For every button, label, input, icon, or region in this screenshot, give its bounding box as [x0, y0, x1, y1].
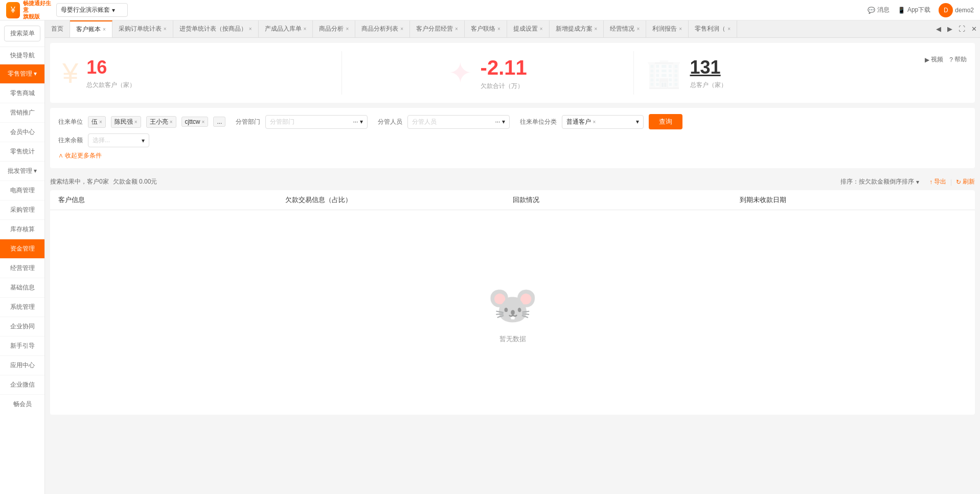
table-header: 客户信息 欠款交易信息（占比） 回款情况 到期未收款日期 — [50, 190, 975, 210]
tab-new-reminder-plan[interactable]: 新增提成方案 — [550, 20, 604, 37]
unit-class-select[interactable]: 普通客户 — [562, 115, 644, 129]
sidebar-item-inventory[interactable]: 库存核算 — [0, 219, 44, 239]
sidebar-item-enterprise-collab[interactable]: 企业协同 — [0, 317, 44, 336]
export-btn[interactable]: ↑ 导出 — [929, 177, 946, 186]
tab-close-stock[interactable] — [249, 26, 252, 32]
enterprise-selector[interactable]: 母婴行业演示账套 — [56, 3, 128, 17]
tab-stock-stats[interactable]: 进货单统计表（按商品） — [173, 20, 259, 37]
stat-icon-amount: ✦ — [448, 56, 472, 89]
col-repayment: 回款情况 — [513, 195, 740, 205]
tab-close-tier[interactable] — [455, 26, 458, 32]
sidebar-item-ecommerce[interactable]: 电商管理 — [0, 181, 44, 200]
tab-prev-btn[interactable]: ◀ — [933, 20, 944, 37]
sidebar-item-operations[interactable]: 经营管理 — [0, 258, 44, 278]
person-select[interactable]: 分管人员 ··· — [407, 115, 510, 129]
result-summary: 搜索结果中，客户0家 — [50, 177, 109, 186]
person-chevron-icon — [502, 118, 505, 125]
remove-tag-wang[interactable] — [170, 119, 173, 125]
sidebar-item-retail-mgmt[interactable]: 零售管理 ▾ — [0, 64, 44, 83]
help-btn[interactable]: ? 帮助 — [949, 55, 967, 64]
tab-customer-tier[interactable]: 客户分层经营 — [410, 20, 465, 37]
stat-card-total: 🏢 131 总客户（家） — [634, 51, 925, 95]
tab-next-btn[interactable]: ▶ — [944, 20, 955, 37]
video-btn[interactable]: ▶ 视频 — [925, 55, 943, 64]
balance-select[interactable]: 选择... — [88, 133, 149, 147]
tab-purchase-order-stats[interactable]: 采购订单统计表 — [112, 20, 173, 37]
download-icon: 📱 — [898, 7, 905, 14]
sidebar-item-basic-info[interactable]: 基础信息 — [0, 278, 44, 297]
tab-product-analysis[interactable]: 商品分析 — [313, 20, 355, 37]
filter-tag-wu: 伍 — [88, 116, 106, 128]
tab-close-profit[interactable] — [679, 26, 682, 32]
sort-chevron-icon[interactable] — [916, 178, 919, 186]
tab-close-plan[interactable] — [595, 26, 598, 32]
top-bar: ¥ 畅捷通好生意 旗舰版 母婴行业演示账套 💬 消息 📱 App下载 D dem… — [0, 0, 980, 20]
search-btn[interactable]: 查询 — [649, 114, 682, 129]
sidebar-item-system[interactable]: 系统管理 — [0, 297, 44, 317]
sidebar-item-retail-mall[interactable]: 零售商城 — [0, 83, 44, 103]
user-avatar-btn[interactable]: D demo2 — [939, 3, 974, 17]
filter-row-2: 往来余额 选择... — [58, 133, 967, 147]
app-download-btn[interactable]: 📱 App下载 — [898, 6, 930, 14]
dept-label: 分管部门 — [236, 118, 260, 126]
tab-product-instock[interactable]: 产成品入库单 — [259, 20, 313, 37]
filter-tag-more[interactable]: ... — [213, 117, 225, 127]
sidebar-search-area: 搜索菜单 — [0, 20, 44, 47]
tab-reminder-settings[interactable]: 提成设置 — [507, 20, 550, 37]
sidebar-item-vip[interactable]: 畅会员 — [0, 394, 44, 414]
collapse-area: ∧ 收起更多条件 — [58, 151, 967, 160]
tab-operations-status[interactable]: 经营情况 — [604, 20, 646, 37]
message-btn[interactable]: 💬 消息 — [868, 6, 890, 14]
stat-value-customers: 16 — [86, 56, 135, 78]
sidebar-item-capital[interactable]: 资金管理 — [0, 239, 44, 258]
tab-profit-report[interactable]: 利润报告 — [646, 20, 689, 37]
refresh-btn[interactable]: ↻ 刷新 — [956, 177, 975, 186]
quick-nav-btn[interactable]: 快捷导航 — [0, 47, 44, 64]
balance-chevron-icon — [142, 137, 145, 144]
sidebar-item-wholesale[interactable]: 批发管理 ▾ — [0, 161, 44, 181]
tab-product-analysis-list[interactable]: 商品分析列表 — [355, 20, 410, 37]
tab-close-all-btn[interactable]: ✕ — [968, 20, 980, 37]
tab-maximize-btn[interactable]: ⛶ — [955, 20, 968, 37]
chevron-down-icon — [112, 7, 115, 14]
logo-area: ¥ 畅捷通好生意 旗舰版 — [6, 0, 51, 20]
sort-label: 排序：按欠款金额倒序排序 — [840, 177, 914, 186]
remove-unit-class[interactable] — [592, 119, 596, 125]
remove-tag-wu[interactable] — [99, 119, 102, 125]
filter-tag-wang: 王小亮 — [146, 116, 176, 128]
dept-select-more: ··· — [353, 118, 358, 125]
tab-close-customer-account[interactable] — [103, 27, 106, 32]
unit-class-label: 往来单位分类 — [520, 118, 557, 126]
sidebar-item-retail-stats[interactable]: 零售统计 — [0, 142, 44, 161]
tab-close-instock[interactable] — [304, 26, 307, 32]
tab-close-retail-profit[interactable] — [727, 26, 731, 32]
dept-select[interactable]: 分管部门 ··· — [265, 115, 368, 129]
tab-close-analysis[interactable] — [346, 26, 349, 32]
search-menu-btn[interactable]: 搜索菜单 — [4, 26, 40, 41]
tab-close-analysis-list[interactable] — [400, 26, 403, 32]
tab-close-contact[interactable] — [497, 26, 500, 32]
sidebar-item-purchase[interactable]: 采购管理 — [0, 200, 44, 219]
sidebar-item-app-center[interactable]: 应用中心 — [0, 355, 44, 375]
sidebar-item-marketing[interactable]: 营销推广 — [0, 103, 44, 122]
collapse-btn[interactable]: ∧ 收起更多条件 — [58, 151, 967, 160]
sidebar-item-new-guide[interactable]: 新手引导 — [0, 336, 44, 355]
remove-tag-chen[interactable] — [134, 119, 138, 125]
stat-icon-customers: ¥ — [62, 56, 78, 89]
sidebar-item-member[interactable]: 会员中心 — [0, 122, 44, 142]
stat-icon-total: 🏢 — [646, 56, 682, 90]
empty-text: 暂无数据 — [487, 334, 538, 344]
filter-row-1: 往来单位 伍 陈民强 王小亮 cjttcw — [58, 114, 967, 129]
sidebar-item-enterprise-wechat[interactable]: 企业微信 — [0, 375, 44, 394]
unit-class-chevron-icon — [636, 118, 639, 125]
tab-close-ops[interactable] — [636, 26, 640, 32]
tab-close-purchase[interactable] — [164, 26, 167, 32]
tab-customer-account[interactable]: 客户账本 — [70, 20, 112, 37]
tab-customer-contact[interactable]: 客户联络 — [465, 20, 507, 37]
tab-home[interactable]: 首页 — [45, 20, 70, 37]
btn-divider: | — [950, 178, 952, 186]
tab-close-reminder[interactable] — [540, 26, 543, 32]
video-icon: ▶ — [925, 56, 929, 63]
tab-retail-profit[interactable]: 零售利润（ — [689, 20, 737, 37]
remove-tag-cjttcw[interactable] — [202, 119, 205, 125]
